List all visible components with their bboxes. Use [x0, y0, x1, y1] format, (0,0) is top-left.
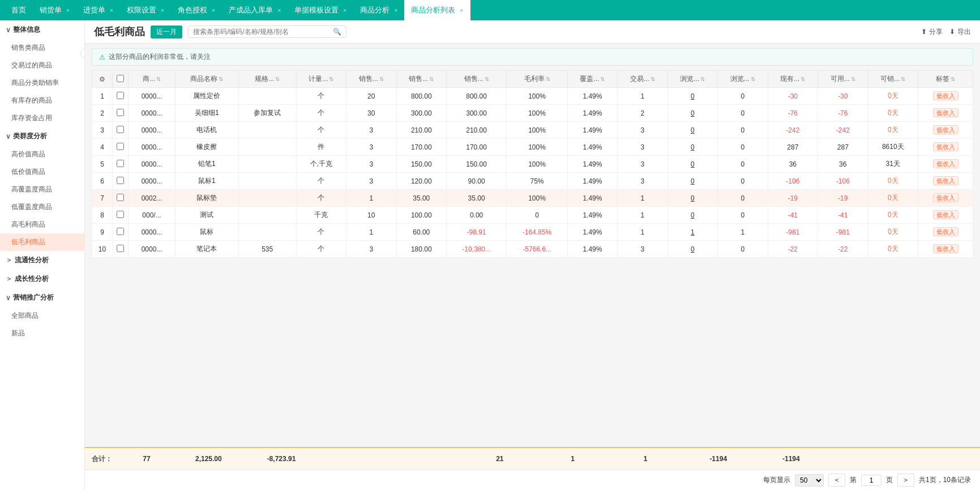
next-page-button[interactable]: ＞ — [897, 474, 914, 487]
row-sellable-days: 0天 — [868, 122, 918, 139]
row-check[interactable] — [117, 160, 124, 167]
select-all-checkbox[interactable] — [117, 75, 124, 82]
sidebar-group-growth[interactable]: ＞ 成长性分析 — [0, 270, 84, 288]
sidebar-group-marketing[interactable]: ∨ 营销推广分析 — [0, 288, 84, 307]
row-spec — [238, 139, 296, 156]
close-icon[interactable]: × — [277, 7, 281, 14]
col-checkbox[interactable] — [113, 71, 129, 88]
row-spec: 参加复试 — [238, 105, 296, 122]
row-check[interactable] — [117, 177, 124, 184]
close-icon[interactable]: × — [460, 7, 463, 14]
row-browse1[interactable]: 0 — [667, 207, 717, 224]
row-browse1[interactable]: 0 — [667, 156, 717, 173]
close-icon[interactable]: × — [394, 7, 397, 14]
row-browse1[interactable]: 0 — [667, 173, 717, 190]
col-settings[interactable]: ⚙ — [92, 71, 113, 88]
row-checkbox[interactable] — [113, 207, 129, 224]
sidebar-item-traded-goods[interactable]: 交易过的商品 — [0, 57, 84, 74]
per-page-select[interactable]: 50 100 200 — [795, 474, 824, 487]
sidebar-item-low-value[interactable]: 低价值商品 — [0, 163, 84, 181]
sidebar-item-low-margin[interactable]: 低毛利商品 — [0, 233, 84, 251]
sidebar-item-new-goods[interactable]: 新品 — [0, 325, 84, 342]
sidebar-item-high-value[interactable]: 高价值商品 — [0, 146, 84, 163]
row-check[interactable] — [117, 109, 124, 116]
row-sales-qty: 3 — [346, 173, 396, 190]
row-sales-qty: 3 — [346, 156, 396, 173]
nav-goods-analysis[interactable]: 商品分析 × — [353, 0, 404, 20]
row-sellable-days: 31天 — [868, 156, 918, 173]
search-input[interactable] — [193, 28, 331, 36]
row-browse1[interactable]: 0 — [667, 190, 717, 207]
row-current-stock: -981 — [768, 224, 818, 241]
sidebar-item-stock-goods[interactable]: 有库存的商品 — [0, 92, 84, 109]
col-sales-amount: 销售...⇅ — [396, 71, 446, 88]
close-icon[interactable]: × — [66, 7, 70, 14]
sidebar-item-sales-goods[interactable]: 销售类商品 — [0, 39, 84, 57]
col-available-stock: 可用...⇅ — [818, 71, 868, 88]
row-tag: 低收入 — [918, 224, 973, 241]
sidebar-item-low-coverage[interactable]: 低覆盖度商品 — [0, 198, 84, 216]
page-input[interactable] — [861, 475, 881, 486]
sidebar-group-flow[interactable]: ＞ 流通性分析 — [0, 251, 84, 270]
share-button[interactable]: ⬆ 分享 — [921, 27, 943, 37]
nav-product-warehouse[interactable]: 产成品入库单 × — [222, 0, 288, 20]
sidebar-group-cluster[interactable]: ∨ 类群度分析 — [0, 127, 84, 146]
total-available-stock: -1194 — [755, 455, 828, 463]
row-trade-count: 1 — [618, 207, 667, 224]
row-checkbox[interactable] — [113, 224, 129, 241]
col-gross-margin: 毛利率⇅ — [507, 71, 567, 88]
row-name: 橡皮擦 — [175, 139, 238, 156]
row-browse1[interactable]: 1 — [667, 224, 717, 241]
prev-page-button[interactable]: ＜ — [828, 474, 845, 487]
row-spec — [238, 156, 296, 173]
nav-template-settings[interactable]: 单据模板设置 × — [288, 0, 353, 20]
page-suffix: 页 — [886, 475, 893, 485]
sidebar-group-overall[interactable]: ∨ 整体信息 — [0, 20, 84, 39]
close-icon[interactable]: × — [110, 7, 113, 14]
nav-sales-order[interactable]: 销货单 × — [33, 0, 76, 20]
row-checkbox[interactable] — [113, 88, 129, 105]
row-checkbox[interactable] — [113, 156, 129, 173]
settings-icon[interactable]: ⚙ — [99, 75, 105, 83]
tag-badge: 低收入 — [933, 244, 958, 253]
row-checkbox[interactable] — [113, 122, 129, 139]
filter-recent-month-button[interactable]: 近一月 — [151, 25, 182, 39]
notice-text: 这部分商品的利润非常低，请关注 — [109, 52, 211, 62]
row-check[interactable] — [117, 211, 124, 218]
row-check[interactable] — [117, 126, 124, 133]
nav-role-auth[interactable]: 角色授权 × — [171, 0, 222, 20]
search-icon[interactable]: 🔍 — [333, 28, 341, 36]
close-icon[interactable]: × — [212, 7, 215, 14]
nav-permission-settings[interactable]: 权限设置 × — [120, 0, 171, 20]
row-browse1[interactable]: 0 — [667, 241, 717, 258]
row-check[interactable] — [117, 194, 124, 201]
row-browse1[interactable]: 0 — [667, 105, 717, 122]
row-checkbox[interactable] — [113, 173, 129, 190]
sidebar-item-category-assist[interactable]: 商品分类助销率 — [0, 74, 84, 92]
row-unit: 个 — [296, 105, 346, 122]
sidebar-item-all-goods[interactable]: 全部商品 — [0, 307, 84, 325]
row-checkbox[interactable] — [113, 241, 129, 258]
nav-purchase-order[interactable]: 进货单 × — [76, 0, 120, 20]
row-checkbox[interactable] — [113, 105, 129, 122]
row-check[interactable] — [117, 143, 124, 150]
row-checkbox[interactable] — [113, 139, 129, 156]
nav-home[interactable]: 首页 — [5, 0, 33, 20]
close-icon[interactable]: × — [161, 7, 164, 14]
row-check[interactable] — [117, 92, 124, 99]
nav-goods-analysis-list[interactable]: 商品分析列表 × — [404, 0, 470, 20]
row-check[interactable] — [117, 245, 124, 252]
sidebar-item-high-coverage[interactable]: 高覆盖度商品 — [0, 181, 84, 198]
table-row: 9 0000... 鼠标 个 1 60.00 -98.91 -164.85% 1… — [92, 224, 973, 241]
export-button[interactable]: ⬇ 导出 — [949, 27, 971, 37]
sidebar-item-high-margin[interactable]: 高毛利商品 — [0, 216, 84, 233]
row-coverage: 1.49% — [567, 156, 617, 173]
row-browse1[interactable]: 0 — [667, 122, 717, 139]
sidebar-item-stock-capital[interactable]: 库存资金占用 — [0, 109, 84, 127]
row-browse1[interactable]: 0 — [667, 139, 717, 156]
row-sales-qty: 1 — [346, 190, 396, 207]
row-checkbox[interactable] — [113, 190, 129, 207]
row-check[interactable] — [117, 228, 124, 235]
close-icon[interactable]: × — [343, 7, 346, 14]
row-browse1[interactable]: 0 — [667, 88, 717, 105]
